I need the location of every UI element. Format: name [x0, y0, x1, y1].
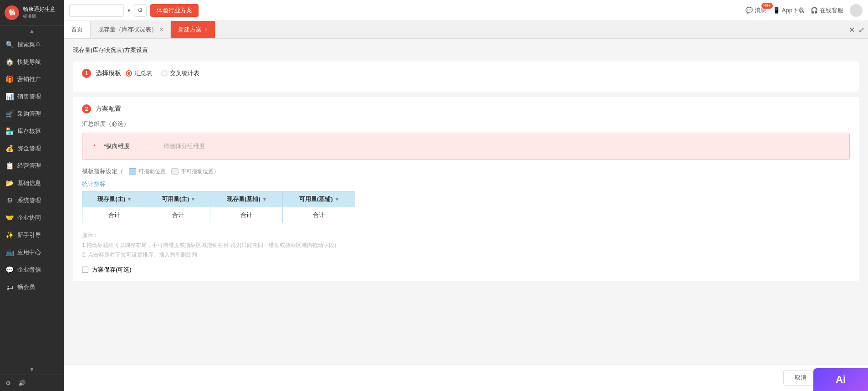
- col-header-2[interactable]: 现存量(基辅) ▾: [210, 191, 282, 207]
- audio-icon[interactable]: 🔊: [18, 380, 26, 386]
- tab-bar: 首页 现存量（库存状况表） × 新建方案 × ✕ ⤢: [64, 21, 868, 39]
- col-header-1[interactable]: 可用量(主) ▾: [146, 191, 210, 207]
- tab-home[interactable]: 首页: [64, 21, 91, 38]
- no-drag-legend-label: 不可拖动位置）: [181, 168, 219, 175]
- settings-icon[interactable]: ⚙: [5, 380, 11, 386]
- tag-icon: 🏷: [5, 283, 14, 291]
- sidebar-item-marketing[interactable]: 🎁 营销推广: [0, 71, 64, 88]
- online-service-button[interactable]: 🎧 在线客服: [811, 6, 843, 15]
- ai-label: Ai: [836, 374, 846, 386]
- sidebar-item-quicknav[interactable]: 🏠 快捷导航: [0, 53, 64, 71]
- sidebar-item-system[interactable]: ⚙ 系统管理: [0, 192, 64, 209]
- message-button[interactable]: 💬 消息 99+: [745, 6, 766, 15]
- cancel-button[interactable]: 取消: [783, 370, 818, 386]
- sidebar-item-basic-info[interactable]: 📂 基础信息: [0, 175, 64, 192]
- drag-legend-label: 可拖动位置: [138, 168, 166, 175]
- sidebar-scroll-down[interactable]: ▼: [0, 365, 64, 375]
- step2-number: 2: [82, 104, 91, 113]
- store-icon: 🏪: [5, 127, 14, 135]
- col-label-3: 可用量(基辅): [299, 195, 333, 203]
- sidebar-item-search[interactable]: 🔍 搜索菜单: [0, 36, 64, 53]
- sidebar-item-management[interactable]: 📋 经营管理: [0, 157, 64, 175]
- tab-close-all-button[interactable]: ✕: [849, 26, 855, 34]
- topbar-dropdown-button[interactable]: ▾: [128, 7, 130, 14]
- cell-1: 合计: [146, 207, 210, 223]
- sidebar-item-label: 资金管理: [17, 144, 41, 153]
- app-name: 畅康通好生意: [23, 6, 56, 13]
- save-checkbox[interactable]: [82, 267, 88, 273]
- section-choose-template: 1 选择模板 汇总表 交叉统计表: [73, 62, 859, 92]
- stats-table: 现存量(主) ▾ 可用量(主) ▾: [82, 191, 355, 223]
- sidebar-scroll-up[interactable]: ▲: [0, 26, 64, 36]
- topbar: ▾ ⚙ 体验行业方案 💬 消息 99+ 📱 App下载 🎧 在线客服: [64, 0, 868, 21]
- sidebar-item-label: 经营管理: [17, 162, 41, 170]
- message-badge: 99+: [761, 3, 773, 9]
- sidebar-item-label: 企业微信: [17, 266, 41, 274]
- search-icon: 🔍: [5, 41, 14, 49]
- col-header-3[interactable]: 可用量(基辅) ▾: [282, 191, 355, 207]
- topbar-gear-button[interactable]: ⚙: [134, 4, 147, 17]
- drag-color-box: [129, 168, 136, 175]
- sidebar-item-inventory[interactable]: 🏪 库存核算: [0, 123, 64, 140]
- radio-summary-label: 汇总表: [134, 69, 152, 77]
- tab-inventory-close[interactable]: ×: [160, 26, 163, 33]
- footer: 取消 查询: [64, 364, 868, 391]
- tab-new-plan-close[interactable]: ×: [204, 26, 208, 33]
- col-label-1: 可用量(主): [162, 195, 189, 203]
- save-label: 方案保存(可选): [92, 266, 132, 274]
- cell-3: 合计: [282, 207, 355, 223]
- sidebar-item-label: 营销推广: [17, 75, 41, 83]
- app-download-button[interactable]: 📱 App下载: [773, 6, 804, 15]
- chart-icon: 📊: [5, 93, 14, 101]
- headset-icon: 🎧: [811, 7, 818, 14]
- tab-inventory[interactable]: 现存量（库存状况表） ×: [91, 21, 171, 38]
- col-label-2: 现存量(基辅): [227, 195, 260, 203]
- sidebar-item-label: 基础信息: [17, 179, 41, 187]
- sidebar-item-wechat[interactable]: 💬 企业微信: [0, 261, 64, 278]
- radio-dot-summary: [126, 70, 132, 77]
- col-arrow-3: ▾: [336, 196, 338, 202]
- logo-area: 畅 畅康通好生意 标准版: [0, 0, 64, 26]
- tab-new-plan-label: 新建方案: [178, 26, 202, 34]
- sidebar-item-purchase[interactable]: 🛒 采购管理: [0, 105, 64, 123]
- sidebar-item-sales[interactable]: 📊 销售管理: [0, 88, 64, 105]
- col-arrow-0: ▾: [128, 196, 131, 202]
- tips-title: 提示：: [82, 231, 850, 241]
- sidebar-item-label: 销售管理: [17, 93, 41, 101]
- topbar-search-input[interactable]: [69, 4, 124, 17]
- online-service-label: 在线客服: [820, 6, 843, 15]
- radio-cross-table[interactable]: 交叉统计表: [161, 69, 199, 77]
- ai-float-button[interactable]: Ai: [813, 368, 868, 391]
- sidebar-item-label: 搜索菜单: [17, 41, 41, 49]
- gear-icon: ⚙: [138, 7, 143, 14]
- tab-expand-button[interactable]: ⤢: [858, 26, 864, 34]
- sidebar-item-enterprise[interactable]: 🤝 企业协同: [0, 209, 64, 226]
- col-arrow-2: ▾: [263, 196, 266, 202]
- sidebar-nav: 🔍 搜索菜单 🏠 快捷导航 🎁 营销推广 📊 销售管理 🛒 采购管理 🏪 库存核…: [0, 36, 64, 365]
- col-arrow-1: ▾: [192, 196, 194, 202]
- gift-icon: 🎁: [5, 75, 14, 83]
- sidebar-item-label: 库存核算: [17, 127, 41, 135]
- user-avatar[interactable]: [850, 4, 863, 17]
- sidebar-item-newbie[interactable]: ✨ 新手引导: [0, 226, 64, 244]
- topbar-left: ▾ ⚙ 体验行业方案: [69, 4, 741, 17]
- sidebar: 畅 畅康通好生意 标准版 ▲ 🔍 搜索菜单 🏠 快捷导航 🎁 营销推广 📊 销售…: [0, 0, 64, 391]
- download-icon: 📱: [773, 7, 780, 14]
- wechat-icon: 💬: [5, 266, 14, 274]
- folder-icon: 📂: [5, 179, 14, 187]
- tab-new-plan[interactable]: 新建方案 ×: [171, 21, 215, 38]
- tips-area: 提示： 1.拖动标题栏可以调整布局，不可跨维度或指标区域拖动栏目字段(只能在同一…: [82, 231, 850, 260]
- no-drag-color-box: [171, 168, 179, 175]
- radio-summary-table[interactable]: 汇总表: [126, 69, 152, 77]
- industry-plan-button[interactable]: 体验行业方案: [150, 4, 199, 17]
- indicator-label-text: 模板指标设定（: [82, 167, 123, 175]
- indicator-settings: 模板指标设定（ 可拖动位置 不可拖动位置）: [82, 167, 850, 175]
- sidebar-item-app-center[interactable]: 📺 应用中心: [0, 244, 64, 261]
- sidebar-item-finance[interactable]: 💰 资金管理: [0, 140, 64, 157]
- sidebar-item-label: 快捷导航: [17, 58, 41, 66]
- col-header-0[interactable]: 现存量(主) ▾: [82, 191, 146, 207]
- sidebar-item-member[interactable]: 🏷 畅会员: [0, 278, 64, 296]
- sidebar-item-label: 新手引导: [17, 231, 41, 239]
- dim-placeholder[interactable]: 请选择分组维度: [163, 142, 205, 150]
- content-area: 现存量(库存状况表)方案设置 1 选择模板 汇总表 交叉统计表: [64, 39, 868, 364]
